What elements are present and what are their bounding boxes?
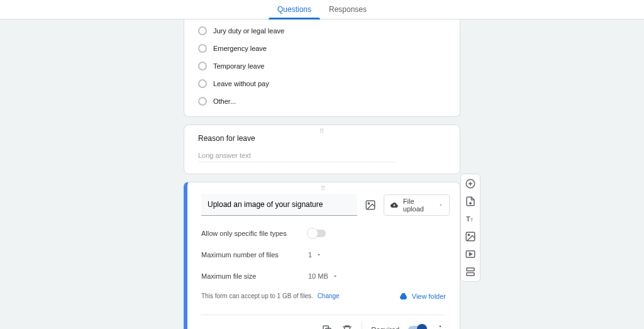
svg-point-11 bbox=[468, 234, 469, 235]
radio-icon bbox=[198, 26, 207, 35]
radio-option[interactable]: Other... bbox=[198, 92, 446, 110]
form-canvas: Jury duty or legal leaveEmergency leaveT… bbox=[0, 20, 644, 329]
required-toggle[interactable] bbox=[408, 326, 426, 329]
setting-label: Allow only specific file types bbox=[201, 230, 308, 237]
setting-allow-specific-types: Allow only specific file types bbox=[201, 230, 446, 237]
tab-responses[interactable]: Responses bbox=[320, 5, 375, 19]
setting-max-size: Maximum file size 10 MB bbox=[201, 272, 446, 280]
add-question-button[interactable] bbox=[465, 178, 476, 189]
view-folder-label: View folder bbox=[412, 293, 446, 300]
question-title-input[interactable] bbox=[201, 194, 357, 216]
separator bbox=[362, 321, 362, 329]
tab-questions[interactable]: Questions bbox=[269, 5, 320, 19]
duplicate-button[interactable] bbox=[321, 324, 333, 329]
question-card-upload[interactable]: ⠿ File upload Allow only specific file t… bbox=[184, 182, 460, 329]
radio-label: Other... bbox=[213, 98, 236, 105]
max-files-value: 1 bbox=[308, 251, 312, 259]
radio-label: Emergency leave bbox=[213, 45, 267, 52]
question-type-select[interactable]: File upload bbox=[384, 194, 450, 216]
svg-text:T: T bbox=[470, 218, 473, 222]
caret-down-icon bbox=[316, 252, 322, 258]
radio-icon bbox=[198, 79, 207, 88]
svg-point-1 bbox=[368, 203, 369, 204]
svg-point-4 bbox=[440, 325, 441, 327]
drag-handle-icon[interactable]: ⠿ bbox=[319, 128, 325, 135]
add-title-button[interactable]: TT bbox=[465, 213, 476, 225]
cloud-upload-icon bbox=[391, 200, 398, 210]
question-type-label: File upload bbox=[403, 198, 428, 213]
caret-down-icon bbox=[332, 273, 338, 279]
setting-max-files: Maximum number of files 1 bbox=[201, 251, 446, 259]
add-video-button[interactable] bbox=[465, 248, 476, 260]
radio-label: Temporary leave bbox=[213, 62, 264, 70]
svg-text:T: T bbox=[466, 215, 470, 223]
radio-label: Leave without pay bbox=[213, 80, 269, 87]
add-image-icon[interactable] bbox=[365, 199, 376, 211]
radio-icon bbox=[198, 62, 207, 70]
radio-icon bbox=[198, 44, 207, 53]
radio-option[interactable]: Jury duty or legal leave bbox=[198, 22, 446, 40]
radio-option[interactable]: Temporary leave bbox=[198, 57, 446, 75]
drag-handle-icon[interactable]: ⠿ bbox=[321, 185, 326, 192]
question-title: Reason for leave bbox=[198, 134, 446, 143]
setting-label: Maximum number of files bbox=[201, 251, 308, 259]
radio-option[interactable]: Leave without pay bbox=[198, 75, 446, 92]
max-size-select[interactable]: 10 MB bbox=[308, 272, 338, 280]
radio-label: Jury duty or legal leave bbox=[213, 27, 284, 35]
max-size-value: 10 MB bbox=[308, 272, 328, 280]
radio-icon bbox=[198, 97, 207, 106]
caret-down-icon bbox=[438, 202, 443, 208]
max-files-select[interactable]: 1 bbox=[308, 251, 322, 259]
radio-option[interactable]: Emergency leave bbox=[198, 40, 446, 57]
setting-label: Maximum file size bbox=[201, 272, 308, 280]
question-footer: Required bbox=[201, 321, 446, 329]
add-image-button[interactable] bbox=[465, 231, 476, 242]
drive-icon bbox=[399, 292, 408, 301]
change-link[interactable]: Change bbox=[318, 293, 340, 299]
delete-button[interactable] bbox=[341, 324, 353, 329]
question-card-reason[interactable]: ⠿ Reason for leave Long answer text bbox=[184, 125, 460, 174]
view-folder-link[interactable]: View folder bbox=[399, 292, 446, 301]
divider bbox=[201, 315, 446, 315]
tab-bar: Questions Responses bbox=[0, 0, 644, 20]
import-questions-button[interactable] bbox=[465, 196, 476, 207]
svg-rect-13 bbox=[467, 268, 474, 271]
more-options-button[interactable] bbox=[435, 324, 446, 329]
long-answer-placeholder: Long answer text bbox=[198, 152, 396, 162]
allow-specific-toggle[interactable] bbox=[308, 230, 326, 237]
required-label: Required bbox=[371, 326, 399, 329]
svg-rect-14 bbox=[467, 273, 474, 276]
side-toolbar: TT bbox=[460, 174, 480, 282]
question-card-leave-type: Jury duty or legal leaveEmergency leaveT… bbox=[184, 20, 460, 117]
add-section-button[interactable] bbox=[465, 266, 476, 277]
